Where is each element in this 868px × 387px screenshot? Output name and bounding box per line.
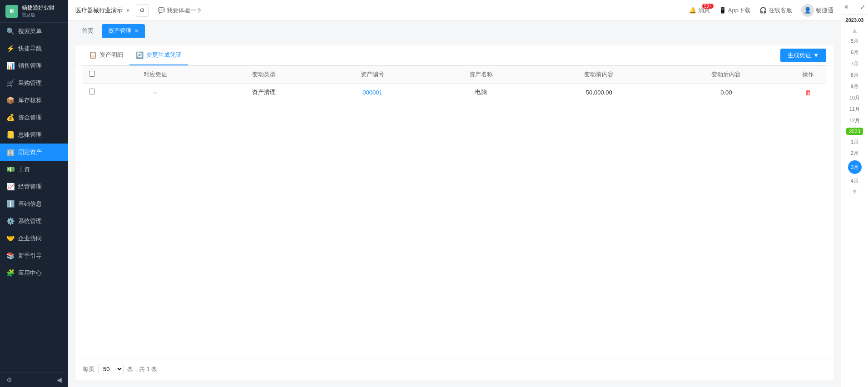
timeline-month-12[interactable]: 12月 bbox=[849, 115, 860, 126]
cell-after-0: 0.00 bbox=[663, 84, 790, 101]
sidebar-item-purchase[interactable]: 🛒采购管理 bbox=[0, 74, 68, 92]
sidebar-item-ledger[interactable]: 📒总账管理 bbox=[0, 126, 68, 144]
sidebar-item-system[interactable]: ⚙️系统管理 bbox=[0, 213, 68, 230]
message-badge: 99+ bbox=[702, 4, 714, 9]
ledger-icon: 📒 bbox=[6, 131, 15, 139]
close-panel-icon[interactable]: ✕ bbox=[844, 4, 849, 10]
company-name: 医疗器械行业演示 bbox=[75, 6, 123, 15]
sales-icon: 📊 bbox=[6, 62, 15, 70]
sidebar-item-quicknav[interactable]: ⚡快捷导航 bbox=[0, 40, 68, 57]
sub-tab-asset-detail[interactable]: 📋 资产明细 bbox=[83, 45, 129, 65]
table-wrapper: 对应凭证 变动类型 资产编号 资产名称 变动前内容 变动后内容 操作 -- 资产… bbox=[75, 65, 833, 101]
customer-service-button[interactable]: 🎧 在线客服 bbox=[759, 6, 792, 15]
asset-detail-icon: 📋 bbox=[89, 51, 97, 59]
header-assetid: 资产编号 bbox=[318, 66, 427, 84]
finance-icon: 💰 bbox=[6, 114, 15, 122]
sidebar-label-purchase: 采购管理 bbox=[18, 79, 42, 87]
select-all-checkbox[interactable] bbox=[89, 71, 95, 77]
appmarket-icon: 🧩 bbox=[6, 269, 15, 277]
timeline-month-7[interactable]: 7月 bbox=[851, 58, 858, 69]
timeline-year-2023[interactable]: 2023 bbox=[846, 128, 863, 135]
settings-button[interactable]: ⚙ bbox=[136, 4, 149, 17]
sidebar-item-inventory[interactable]: 📦库存核算 bbox=[0, 92, 68, 109]
system-icon: ⚙️ bbox=[6, 217, 15, 225]
guide-icon: 📚 bbox=[6, 252, 15, 260]
timeline-down-arrow[interactable]: ▼ bbox=[850, 187, 859, 197]
sidebar-label-fixedasset: 固定资产 bbox=[18, 148, 42, 156]
row-checkbox-0[interactable] bbox=[89, 89, 95, 94]
timeline-month-5[interactable]: 5月 bbox=[851, 35, 858, 47]
gear-icon: ⚙ bbox=[139, 7, 145, 14]
cell-before-0: 50,000.00 bbox=[536, 84, 663, 101]
cell-type-0: 资产清理 bbox=[209, 84, 318, 101]
avatar: 👤 bbox=[801, 4, 814, 17]
sidebar-label-system: 系统管理 bbox=[18, 217, 42, 225]
sidebar-label-basicinfo: 基础信息 bbox=[18, 200, 42, 208]
sidebar-item-appmarket[interactable]: 🧩应用中心 bbox=[0, 264, 68, 282]
sidebar-item-sales[interactable]: 📊销售管理 bbox=[0, 57, 68, 74]
per-page-select[interactable]: 50 10 20 100 bbox=[98, 364, 124, 374]
app-download-button[interactable]: 📱 App下载 bbox=[719, 6, 750, 15]
sidebar-label-guide: 新手引导 bbox=[18, 252, 42, 260]
tab-home[interactable]: 首页 bbox=[75, 24, 100, 38]
fixedasset-icon: 🏢 bbox=[6, 148, 15, 156]
logo-icon: 财 bbox=[5, 5, 18, 18]
sidebar-item-payroll[interactable]: 💵工资 bbox=[0, 161, 68, 178]
sidebar-label-payroll: 工资 bbox=[18, 165, 30, 174]
right-panel-header: ✕ ⤢ bbox=[841, 0, 868, 15]
basicinfo-icon: ℹ️ bbox=[6, 200, 15, 208]
sidebar-item-guide[interactable]: 📚新手引导 bbox=[0, 247, 68, 264]
settings-icon[interactable]: ⚙ bbox=[6, 376, 12, 383]
timeline-month-apr[interactable]: 4月 bbox=[851, 175, 858, 187]
nav-tabs: 首页 资产管理 ✕ bbox=[68, 21, 841, 38]
timeline-month-11[interactable]: 11月 bbox=[849, 104, 860, 115]
sidebar-item-collab[interactable]: 🤝企业协同 bbox=[0, 230, 68, 247]
user-menu[interactable]: 👤 畅捷通 bbox=[801, 4, 833, 17]
table-header-row: 对应凭证 变动类型 资产编号 资产名称 变动前内容 变动后内容 操作 bbox=[83, 66, 826, 84]
topbar-right: 🔔 消息 99+ 📱 App下载 🎧 在线客服 👤 畅捷通 bbox=[689, 4, 833, 17]
timeline-month-6[interactable]: 6月 bbox=[851, 47, 858, 58]
timeline-month-10[interactable]: 10月 bbox=[849, 92, 860, 104]
right-panel: ✕ ⤢ 2023.03 ▲ 5月 6月 7月 8月 9月 10月 11月 12月… bbox=[841, 0, 868, 387]
table-body: -- 资产清理 000001 电脑 50,000.00 0.00 🗑 bbox=[83, 84, 826, 101]
per-page-label: 每页 bbox=[83, 365, 94, 373]
tab-close-icon[interactable]: ✕ bbox=[134, 28, 139, 34]
delete-row-0[interactable]: 🗑 bbox=[805, 89, 812, 96]
header-checkbox-col bbox=[83, 66, 101, 84]
message-button[interactable]: 🔔 消息 99+ bbox=[689, 6, 710, 15]
feedback-button[interactable]: 💬 我要体验一下 bbox=[158, 6, 202, 15]
timeline-month-feb[interactable]: 2月 bbox=[851, 148, 858, 159]
company-selector[interactable]: 医疗器械行业演示 ▼ bbox=[75, 6, 130, 15]
sidebar-label-operations: 经营管理 bbox=[18, 183, 42, 191]
main-area: 医疗器械行业演示 ▼ ⚙ 💬 我要体验一下 🔔 消息 99+ 📱 App下载 🎧… bbox=[68, 0, 841, 387]
header-after: 变动后内容 bbox=[663, 66, 790, 84]
timeline-month-mar-active[interactable]: 3月 bbox=[848, 160, 862, 174]
logo-text: 畅捷通好业财 普及版 bbox=[22, 5, 55, 18]
sidebar-item-operations[interactable]: 📈经营管理 bbox=[0, 178, 68, 195]
header-before: 变动前内容 bbox=[536, 66, 663, 84]
collapse-icon[interactable]: ◀ bbox=[57, 376, 62, 383]
sidebar-logo: 财 畅捷通好业财 普及版 bbox=[0, 0, 68, 23]
timeline-up-arrow[interactable]: ▲ bbox=[850, 25, 859, 35]
timeline-month-jan[interactable]: 1月 bbox=[851, 136, 858, 148]
cell-assetid-0: 000001 bbox=[318, 84, 427, 101]
sidebar-item-search[interactable]: 🔍搜索菜单 bbox=[0, 23, 68, 40]
sidebar-item-finance[interactable]: 💰资金管理 bbox=[0, 109, 68, 126]
timeline-month-8[interactable]: 8月 bbox=[851, 69, 858, 81]
expand-panel-icon[interactable]: ⤢ bbox=[860, 4, 865, 10]
pagination-total: 条，共 1 条 bbox=[127, 365, 157, 373]
content-panel: 📋 资产明细 🔄 变更生成凭证 生成凭证 ▼ bbox=[75, 45, 833, 380]
cell-voucher-0: -- bbox=[101, 84, 209, 101]
tab-asset-management[interactable]: 资产管理 ✕ bbox=[102, 24, 145, 38]
sub-tab-change-voucher[interactable]: 🔄 变更生成凭证 bbox=[129, 45, 188, 65]
sidebar-item-fixedasset[interactable]: 🏢固定资产 bbox=[0, 144, 68, 161]
operations-icon: 📈 bbox=[6, 183, 15, 191]
generate-voucher-button[interactable]: 生成凭证 ▼ bbox=[780, 49, 826, 62]
header-type: 变动类型 bbox=[209, 66, 318, 84]
inventory-icon: 📦 bbox=[6, 96, 15, 104]
header-voucher: 对应凭证 bbox=[101, 66, 209, 84]
sidebar-item-basicinfo[interactable]: ℹ️基础信息 bbox=[0, 195, 68, 213]
timeline-month-9[interactable]: 9月 bbox=[851, 81, 858, 92]
collab-icon: 🤝 bbox=[6, 234, 15, 243]
table-row: -- 资产清理 000001 电脑 50,000.00 0.00 🗑 bbox=[83, 84, 826, 101]
